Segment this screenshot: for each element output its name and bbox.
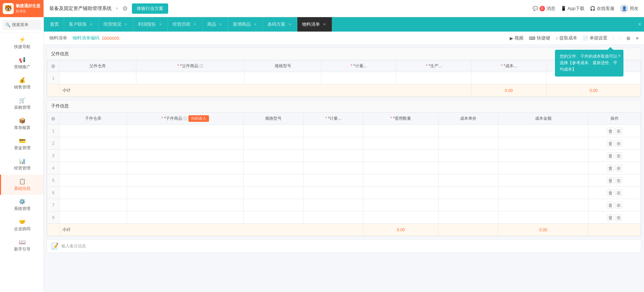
sidebar-item-label: 库存核算 (14, 125, 30, 131)
tab-operations-close[interactable]: × (123, 22, 128, 27)
search-menu-button[interactable]: 🔍 搜索菜单 (3, 20, 41, 30)
tab-products-close[interactable]: × (218, 22, 223, 27)
child-section-title: 子件信息 (51, 103, 69, 108)
sidebar-item-marketing[interactable]: 📢 营销推广 (0, 53, 44, 73)
close-all-tabs-icon[interactable]: × (638, 21, 641, 27)
copy-row-3-icon[interactable]: ⊞ (615, 152, 622, 159)
sidebar-item-label: 新手引导 (14, 246, 30, 252)
sidebar-item-sales[interactable]: 💰 销售管理 (0, 73, 44, 94)
breadcrumb-item-bom[interactable]: 物料清单 (49, 35, 67, 41)
user-menu-button[interactable]: 👤 用友 (620, 4, 639, 13)
child-row-2-unit-cost[interactable] (438, 137, 498, 150)
extract-cost-button[interactable]: ↑ 提取成本 (556, 35, 577, 41)
child-row-2-unit[interactable] (304, 137, 363, 150)
copy-row-5-icon[interactable]: ⊞ (615, 177, 622, 184)
sidebar-item-inventory[interactable]: 📦 库存核算 (0, 114, 44, 134)
delete-row-7-icon[interactable]: 🗑 (607, 202, 614, 209)
parent-table-gear-icon[interactable]: ⚙ (51, 63, 55, 69)
delete-row-8-icon[interactable]: 🗑 (607, 214, 614, 221)
copy-row-2-icon[interactable]: ⊞ (615, 140, 622, 147)
child-row-2-warehouse[interactable] (60, 137, 127, 150)
sidebar-item-system[interactable]: ⚙️ 系统管理 (0, 195, 44, 215)
child-row-1-qty[interactable] (363, 125, 438, 137)
tab-profit-close[interactable]: × (158, 22, 163, 27)
list-view-button[interactable]: ≡ (636, 36, 639, 41)
sidebar-item-purchase[interactable]: 🛒 采购管理 (0, 94, 44, 114)
parent-row-1-product[interactable] (136, 72, 245, 84)
tab-home[interactable]: 首页 (45, 17, 64, 32)
tab-profit[interactable]: 利润报告 × (133, 17, 168, 32)
child-row-1-warehouse[interactable] (60, 125, 127, 137)
parent-row-1-cost[interactable] (471, 72, 546, 84)
experience-button[interactable]: 体验行业方案 (132, 3, 168, 14)
video-button[interactable]: ▶ 视频 (510, 35, 523, 41)
message-button[interactable]: 💬 6 消息 (533, 5, 555, 12)
child-row-2-amount[interactable] (498, 137, 589, 150)
child-row-2-qty[interactable] (363, 137, 438, 150)
table-row: 8 🗑⊞ (47, 211, 641, 224)
tab-history[interactable]: 经营历程 × (168, 17, 202, 32)
child-subtotal-label: 小计 (60, 224, 363, 236)
delete-row-2-icon[interactable]: 🗑 (607, 140, 614, 147)
handshake-icon: 🤝 (19, 219, 26, 225)
sidebar-item-operations[interactable]: 📊 经营管理 (0, 154, 44, 175)
settings-icon[interactable]: ⚙ (122, 5, 128, 12)
child-col-qty: * *需用数量 (363, 113, 438, 125)
online-service-button[interactable]: 🎧 在线客服 (590, 5, 615, 12)
tab-new-product[interactable]: 新增商品 × (228, 17, 263, 32)
single-settings-label: 单据设置 (590, 35, 607, 41)
copy-row-7-icon[interactable]: ⊞ (615, 202, 622, 209)
nav-next-button[interactable]: › (620, 36, 621, 41)
child-row-2-spec[interactable] (244, 137, 304, 150)
delete-row-6-icon[interactable]: 🗑 (607, 189, 614, 196)
sidebar-search[interactable]: 🔍 搜索菜单 (0, 17, 44, 33)
child-row-1-spec[interactable] (244, 125, 304, 137)
tab-new-product-close[interactable]: × (253, 22, 258, 27)
delete-row-5-icon[interactable]: 🗑 (607, 177, 614, 184)
child-row-1-unit[interactable] (304, 125, 363, 137)
child-table-gear-icon[interactable]: ⚙ (51, 116, 55, 121)
parent-subtotal-qty: 0.00 (471, 84, 546, 97)
parent-row-1-warehouse[interactable] (60, 72, 136, 84)
tab-bom[interactable]: 物料清单 × (297, 17, 332, 32)
tab-barcode-close[interactable]: × (287, 22, 292, 27)
copy-row-4-icon[interactable]: ⊞ (615, 165, 622, 172)
sidebar-item-quick-nav[interactable]: ⚡ 快捷导航 (0, 33, 44, 53)
sidebar-item-guide[interactable]: 📖 新手引导 (0, 235, 44, 256)
sidebar-item-finance[interactable]: 💳 资金管理 (0, 134, 44, 154)
note-icon: 📝 (51, 242, 59, 250)
tab-operations[interactable]: 经营情况 × (99, 17, 133, 32)
sidebar-item-enterprise[interactable]: 🤝 企业协同 (0, 215, 44, 235)
tab-bom-close[interactable]: × (322, 22, 327, 27)
copy-row-6-icon[interactable]: ⊞ (615, 189, 622, 196)
note-placeholder[interactable]: 输入备注信息 (61, 243, 86, 249)
delete-row-1-icon[interactable]: 🗑 (607, 128, 614, 135)
tab-customer-close[interactable]: × (89, 22, 94, 27)
nav-prev-button[interactable]: ‹ (613, 36, 614, 41)
sidebar-item-basic-info[interactable]: 📋 基础信息 (0, 175, 44, 195)
child-row-1-amount[interactable] (498, 125, 589, 137)
single-settings-button[interactable]: 📄 单据设置 (583, 35, 607, 41)
scan-input-button[interactable]: 扫码录入 (188, 115, 209, 122)
sidebar-item-label: 经营管理 (14, 165, 30, 171)
child-row-3-num: 3 (47, 150, 60, 162)
copy-row-1-icon[interactable]: ⊞ (615, 128, 622, 135)
child-row-1-product[interactable] (127, 125, 243, 137)
tab-customer[interactable]: 客户联络 × (64, 17, 99, 32)
copy-row-8-icon[interactable]: ⊞ (615, 214, 622, 221)
parent-row-1-produce[interactable] (396, 72, 471, 84)
tooltip-close-icon[interactable]: × (618, 52, 621, 59)
delete-row-4-icon[interactable]: 🗑 (607, 165, 614, 172)
parent-row-1-unit[interactable] (321, 72, 396, 84)
app-download-button[interactable]: 📱 App下载 (561, 5, 584, 12)
child-row-1-unit-cost[interactable] (438, 125, 498, 137)
tab-products[interactable]: 商品 × (202, 17, 228, 32)
shortcut-button[interactable]: ⌨ 快捷键 (529, 35, 550, 41)
child-row-2-product[interactable] (127, 137, 243, 150)
tab-history-close[interactable]: × (193, 22, 197, 27)
child-row-7-num: 7 (47, 199, 60, 211)
parent-row-1-spec[interactable] (245, 72, 321, 84)
grid-view-button[interactable]: ⊞ (627, 36, 630, 41)
delete-row-3-icon[interactable]: 🗑 (607, 152, 614, 159)
tab-barcode[interactable]: 条码方案 × (263, 17, 297, 32)
